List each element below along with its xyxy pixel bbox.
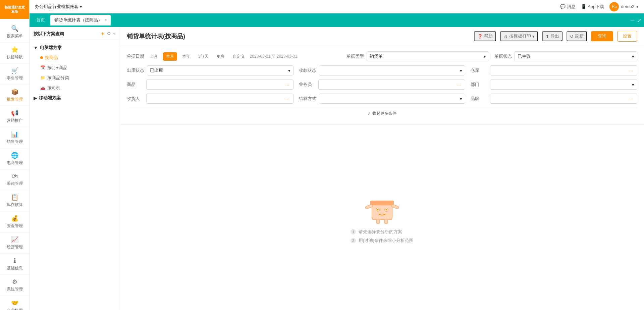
- tab-bar-controls: ─ ⤢: [631, 17, 641, 23]
- finance-icon: 💰: [11, 215, 18, 222]
- settlement-dropdown-icon: ▾: [460, 96, 462, 101]
- department-field: 部门 ▾: [471, 80, 637, 90]
- sidebar-item-sales[interactable]: 📊 销售管理: [0, 127, 30, 148]
- scheme-by-month-product-label: 按月+商品: [47, 65, 67, 71]
- page-header-actions: ❓ 帮助 🖨 按模板打印 ▾ ⬆ 导出 ↺: [474, 31, 637, 42]
- help-button[interactable]: ❓ 帮助: [474, 31, 496, 41]
- doc-status-dropdown-icon: ▾: [632, 54, 634, 59]
- sidebar-item-ecommerce[interactable]: 🌐 电商管理: [0, 148, 30, 169]
- print-dropdown-icon: ▾: [532, 34, 535, 39]
- search-menu-icon: 🔍: [11, 25, 18, 32]
- collapse-more-conditions[interactable]: ∧ 收起更多条件: [127, 108, 637, 119]
- step-2-num: 2: [351, 238, 356, 243]
- sidebar-item-system[interactable]: ⚙ 系统管理: [0, 275, 30, 296]
- tab-home[interactable]: 首页: [32, 15, 49, 25]
- sidebar-item-label: 企业协同: [7, 308, 23, 310]
- empty-step-1: 1 请先选择要分析的方案: [351, 229, 413, 235]
- date-btn-current-month[interactable]: 本月: [163, 52, 177, 61]
- salesperson-ellipsis[interactable]: ···: [456, 82, 463, 87]
- scheme-icon-2: 📁: [40, 75, 45, 80]
- warehouse-ellipsis[interactable]: ···: [628, 68, 634, 73]
- tab-current[interactable]: 销货单统计表（按商品） ×: [50, 15, 111, 25]
- department-label: 部门: [471, 82, 487, 88]
- scheme-by-category[interactable]: 📁 按商品分类: [36, 73, 120, 83]
- scheme-by-product[interactable]: 按商品: [36, 53, 120, 63]
- settlement-input[interactable]: ▾: [319, 94, 466, 104]
- enterprise-icon: 🤝: [11, 299, 18, 307]
- receipt-status-input[interactable]: ▾: [319, 65, 466, 75]
- salesperson-input[interactable]: ···: [318, 80, 466, 90]
- date-btn-current-year[interactable]: 本年: [179, 52, 193, 61]
- mobile-scheme-parent[interactable]: ▶ 移动端方案: [30, 93, 120, 103]
- print-button[interactable]: 🖨 按模板打印 ▾: [500, 31, 538, 41]
- sidebar-item-quick-nav[interactable]: ⭐ 快捷导航: [0, 43, 30, 64]
- mobile-scheme-label: 移动端方案: [39, 95, 61, 101]
- consignee-input[interactable]: ···: [146, 94, 293, 104]
- date-btn-custom[interactable]: 自定义: [230, 52, 248, 61]
- app-download-icon: 📱: [581, 4, 586, 9]
- scheme-by-month-product[interactable]: 📅 按月+商品: [36, 63, 120, 73]
- date-btn-last-month[interactable]: 上月: [147, 52, 161, 61]
- filter-row-2: 出库状态 已出库 ▾ 收款状态 ▾ 仓库: [127, 65, 637, 75]
- refresh-button[interactable]: ↺ 刷新: [567, 31, 587, 41]
- doc-type-input[interactable]: 销货单 ▾: [367, 51, 489, 61]
- settings-button[interactable]: 设置: [617, 31, 637, 42]
- sidebar-item-wholesale[interactable]: 📦 批发管理: [0, 85, 30, 106]
- sidebar-item-purchase[interactable]: 🛍 采购管理: [0, 169, 30, 190]
- page-title: 销货单统计表(按商品): [127, 32, 185, 40]
- filter-tree: ▼ 电脑端方案 按商品 📅 按月+商品 📁 按商品分类: [30, 40, 120, 106]
- sidebar-item-basics[interactable]: ℹ 基础信息: [0, 254, 30, 275]
- doc-status-input[interactable]: 已生效 ▾: [515, 51, 637, 61]
- sidebar-item-marketing[interactable]: 📢 营销推广: [0, 106, 30, 127]
- settings-scheme-button[interactable]: ⊙: [107, 31, 111, 37]
- export-button[interactable]: ⬆ 导出: [542, 31, 562, 41]
- sidebar-item-enterprise[interactable]: 🤝 企业协同: [0, 296, 30, 310]
- page-header: 销货单统计表(按商品) ❓ 帮助 🖨 按模板打印 ▾ ⬆: [120, 27, 644, 46]
- product-ellipsis[interactable]: ···: [284, 82, 290, 87]
- scheme-by-product-label: 按商品: [45, 55, 58, 61]
- svg-rect-9: [384, 219, 388, 224]
- user-profile[interactable]: Ea demo2 ▾: [609, 2, 639, 11]
- scheme-by-driver[interactable]: 🚗 按司机: [36, 83, 120, 93]
- sidebar-item-search-menu[interactable]: 🔍 搜索菜单: [0, 21, 30, 43]
- wholesale-icon: 📦: [11, 88, 18, 96]
- date-label: 单据日期: [127, 53, 144, 59]
- scheme-by-driver-label: 按司机: [47, 85, 60, 91]
- active-dot: [40, 56, 43, 59]
- department-input[interactable]: ▾: [490, 80, 637, 90]
- sidebar-item-label: 搜索菜单: [7, 33, 23, 39]
- brand-ellipsis[interactable]: ···: [628, 96, 634, 101]
- help-icon: ❓: [477, 34, 483, 39]
- query-button[interactable]: 查询: [591, 31, 613, 41]
- receipt-status-label: 收款状态: [299, 67, 316, 73]
- empty-text: 1 请先选择要分析的方案 2 用[过滤]条件来缩小分析范围: [351, 229, 413, 244]
- print-icon: 🖨: [503, 34, 508, 39]
- sidebar-item-retail[interactable]: 🛒 零售管理: [0, 64, 30, 85]
- date-btn-more[interactable]: 更多: [214, 52, 228, 61]
- sidebar-item-inventory[interactable]: 📋 库存核算: [0, 190, 30, 211]
- tab-close-icon[interactable]: ×: [104, 18, 107, 22]
- industry-title: 办公用品行业模拟账套 ▾: [35, 4, 82, 10]
- consignee-ellipsis[interactable]: ···: [284, 96, 290, 101]
- tab-maximize-icon[interactable]: ⤢: [637, 17, 641, 23]
- sidebar-item-finance[interactable]: 💰 资金管理: [0, 211, 30, 232]
- tab-minimize-icon[interactable]: ─: [631, 17, 634, 23]
- collapse-panel-button[interactable]: «: [113, 31, 116, 37]
- desktop-scheme-parent[interactable]: ▼ 电脑端方案: [30, 43, 120, 53]
- salesperson-label: 业务员: [299, 82, 316, 88]
- app-download-action[interactable]: 📱 App下载: [581, 4, 604, 10]
- warehouse-input[interactable]: ···: [490, 65, 637, 75]
- add-scheme-button[interactable]: +: [101, 31, 104, 37]
- out-status-input[interactable]: 已出库 ▾: [147, 65, 293, 75]
- message-action[interactable]: 💬 消息: [560, 4, 576, 10]
- message-icon: 💬: [560, 4, 566, 9]
- sidebar-item-operations[interactable]: 📈 经营管理: [0, 232, 30, 254]
- industry-dropdown-icon[interactable]: ▾: [80, 4, 82, 9]
- filter-panel: 按以下方案查询 + ⊙ « ▼ 电脑端方案 按商品: [30, 27, 120, 310]
- date-btn-7days[interactable]: 近7天: [195, 52, 212, 61]
- product-field: 商品 ···: [127, 80, 293, 90]
- product-input[interactable]: ···: [146, 80, 293, 90]
- marketing-icon: 📢: [11, 109, 18, 117]
- ecommerce-icon: 🌐: [11, 152, 18, 159]
- brand-input[interactable]: ···: [490, 94, 637, 104]
